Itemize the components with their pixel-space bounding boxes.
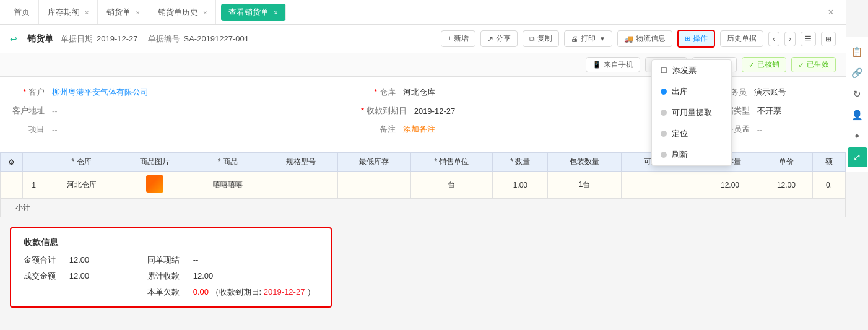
col-gear[interactable]: ⚙ [1, 153, 23, 172]
staff-value: 演示账号 [754, 87, 786, 98]
history-button[interactable]: 历史单据 [720, 30, 763, 47]
dropdown-available-qty[interactable]: 可用量提取 [652, 102, 731, 123]
from-phone-button[interactable]: 📱 来自手机 [586, 57, 640, 72]
project-label: 项目 [10, 124, 47, 135]
dropdown-locate[interactable]: 定位 [652, 123, 731, 144]
dropdown-add-invoice[interactable]: ☐ 添发票 [652, 60, 731, 81]
warehouse-value: 河北仓库 [403, 87, 435, 98]
tab-sales-history[interactable]: 销货单历史 × [149, 0, 216, 24]
customer-field: 客户 柳州粤港平安气体有限公司 [10, 87, 361, 98]
tab-inventory-close[interactable]: × [85, 9, 89, 16]
canceled-badge: ✓ 已核销 [742, 57, 786, 72]
due-note-end: ） [307, 287, 315, 297]
print-button[interactable]: 🖨 打印 ▼ [564, 30, 612, 47]
row-product: 嘻嘻嘻嘻 [191, 172, 264, 199]
sidebar-link-icon[interactable]: 🔗 [848, 63, 867, 83]
sidebar-doc-icon[interactable]: 📋 [848, 42, 867, 62]
tab-sales-label: 销货单 [106, 7, 131, 18]
col-amount: 额 [813, 153, 846, 172]
locate-label: 定位 [672, 128, 688, 139]
window-close-button[interactable]: × [821, 2, 841, 22]
tab-history-label: 销货单历史 [158, 7, 198, 18]
dropdown-out-stock[interactable]: 出库 [652, 81, 731, 102]
available-qty-icon [661, 110, 667, 116]
row-available [621, 172, 700, 199]
doc-date-field: 单据日期 2019-12-27 [61, 33, 138, 45]
same-order-value: -- [193, 255, 199, 264]
row-min-stock [337, 172, 410, 199]
row-gear [1, 172, 23, 199]
transaction-label: 成交金额 [24, 271, 56, 280]
tab-home[interactable]: 首页 [5, 0, 39, 24]
doc-header: ↩ 销货单 单据日期 2019-12-27 单据编号 SA-20191227-0… [0, 25, 846, 53]
tab-bar: 首页 库存期初 × 销货单 × 销货单历史 × 查看销货单 × × [0, 0, 846, 25]
sidebar-user-icon[interactable]: 👤 [848, 105, 867, 125]
col-spec: 规格型号 [264, 153, 337, 172]
doc-title-icon: ↩ [10, 34, 17, 44]
product-image [146, 175, 163, 193]
row-current-stock: 12.00 [700, 172, 760, 199]
list-view-button[interactable]: ☰ [801, 32, 816, 46]
row-amount: 0. [813, 172, 846, 199]
right-sidebar: 📋 🔗 ↻ 👤 ✦ ⤢ [846, 37, 868, 172]
customer-value[interactable]: 柳州粤港平安气体有限公司 [52, 87, 149, 98]
col-product: * 商品 [191, 153, 264, 172]
tab-inventory-init[interactable]: 库存期初 × [39, 0, 98, 24]
doc-date-value: 2019-12-27 [97, 34, 138, 43]
sidebar-expand-icon[interactable]: ⤢ [848, 147, 867, 167]
due-amount-label: 本单欠款 [147, 287, 180, 297]
same-order-label: 同单现结 [147, 255, 180, 264]
operation-button[interactable]: ⊞ 操作 [677, 30, 715, 48]
out-stock-icon [661, 89, 667, 95]
due-date-label: 收款到期日 [361, 105, 409, 116]
tab-sales-order[interactable]: 销货单 × [98, 0, 149, 24]
doc-meta: 单据日期 2019-12-27 单据编号 SA-20191227-001 [61, 33, 433, 45]
doc-number-value: SA-20191227-001 [184, 34, 250, 43]
payment-grid: 金额合计 12.00 同单现结 -- 成交金额 12.00 累计收款 12.00 [24, 254, 318, 298]
toolbar: + 新增 ↗ 分享 ⧉ 复制 🖨 打印 ▼ 🚚 物流信息 ⊞ 操作 历史单据 ‹ [441, 30, 836, 48]
row-pack-qty: 1台 [548, 172, 621, 199]
add-invoice-icon: ☐ [661, 66, 667, 75]
refresh-icon [661, 152, 667, 158]
row-sales-unit: 台 [410, 172, 493, 199]
copy-button[interactable]: ⧉ 复制 [523, 30, 559, 47]
row-spec [264, 172, 337, 199]
project-field: 项目 -- [10, 124, 361, 135]
payment-title: 收款信息 [24, 237, 318, 248]
staff2-value: -- [757, 125, 763, 134]
payment-transaction: 成交金额 12.00 [24, 271, 147, 282]
add-remark-button[interactable]: 添加备注 [403, 124, 435, 135]
doc-date-label: 单据日期 [61, 33, 93, 45]
prev-button[interactable]: ‹ [768, 32, 779, 46]
add-invoice-label: 添发票 [672, 65, 697, 76]
due-date-value: 2019-12-27 [414, 106, 456, 116]
grid-view-button[interactable]: ⊞ [821, 32, 836, 46]
payment-box: 收款信息 金额合计 12.00 同单现结 -- 成交金额 12.00 累计收款 [10, 227, 332, 308]
due-note: （收款到期日: [211, 287, 262, 297]
warehouse-label: 仓库 [361, 87, 398, 98]
dropdown-refresh[interactable]: 刷新 [652, 144, 731, 165]
payment-total-label: 金额合计 12.00 [24, 254, 147, 266]
share-button[interactable]: ↗ 分享 [480, 30, 518, 47]
tab-sales-close[interactable]: × [136, 9, 139, 16]
total-amount-value: 12.00 [69, 255, 90, 264]
cumulative-value: 12.00 [193, 271, 214, 280]
col-min-stock: 最低库存 [337, 153, 410, 172]
row-product-img [118, 172, 191, 199]
sidebar-refresh-icon[interactable]: ↻ [848, 84, 867, 104]
payment-section: 收款信息 金额合计 12.00 同单现结 -- 成交金额 12.00 累计收款 [0, 217, 846, 313]
cumulative-label: 累计收款 [147, 271, 180, 280]
subtotal-values [45, 199, 846, 217]
new-button[interactable]: + 新增 [441, 30, 475, 47]
sidebar-star-icon[interactable]: ✦ [848, 126, 867, 146]
row-unit-price: 12.00 [760, 172, 812, 199]
col-no [23, 153, 45, 172]
tab-view-close[interactable]: × [274, 9, 277, 16]
tab-history-close[interactable]: × [203, 9, 207, 16]
refresh-label: 刷新 [672, 149, 688, 160]
logistics-button[interactable]: 🚚 物流信息 [617, 30, 672, 47]
col-product-img: 商品图片 [118, 153, 191, 172]
row-qty: 1.00 [493, 172, 548, 199]
next-button[interactable]: › [784, 32, 796, 46]
tab-view-sales[interactable]: 查看销货单 × [221, 4, 285, 21]
